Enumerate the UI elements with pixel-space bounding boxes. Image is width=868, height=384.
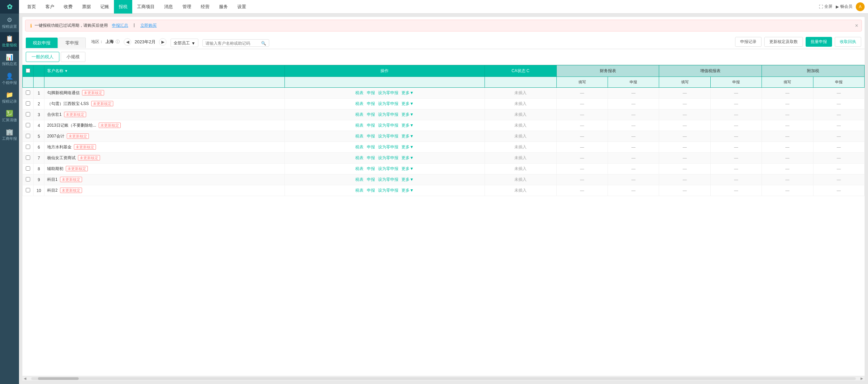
cell-vat-declare-8: — (710, 174, 762, 185)
date-next-button[interactable]: ▶ (159, 38, 166, 46)
op-more-7[interactable]: 更多▼ (401, 166, 414, 171)
sidebar-item-personal-tax[interactable]: 👤 个税申报 (0, 70, 19, 88)
tab-zero-declare[interactable]: 零申报 (58, 38, 86, 48)
op-more-3[interactable]: 更多▼ (401, 123, 414, 128)
op-more-5[interactable]: 更多▼ (401, 145, 414, 149)
nav-invoice[interactable]: 票据 (77, 0, 96, 14)
sidebar-item-business-annual[interactable]: 🏢 工商年报 (0, 126, 19, 144)
row-checkbox-5[interactable] (26, 145, 30, 149)
scroll-track[interactable] (31, 377, 856, 380)
alert-close-button[interactable]: × (855, 23, 858, 29)
nav-ledger[interactable]: 记账 (96, 0, 114, 14)
tab-general-taxpayer[interactable]: 一般的税人 (26, 52, 59, 62)
scroll-left-arrow[interactable]: ◀ (22, 377, 28, 380)
member-button[interactable]: ▶ 畅会员 (836, 4, 852, 9)
sidebar-item-tax-record[interactable]: 📁 报税记录 (0, 88, 19, 107)
row-checkbox-7[interactable] (26, 166, 30, 171)
date-prev-button[interactable]: ◀ (124, 38, 131, 46)
nav-bizproject[interactable]: 工商项目 (132, 0, 159, 14)
nav-billing[interactable]: 收费 (59, 0, 77, 14)
op-declare-3[interactable]: 申报 (367, 123, 375, 128)
op-more-1[interactable]: 更多▼ (401, 101, 414, 106)
op-declare-7[interactable]: 申报 (367, 166, 375, 171)
op-more-2[interactable]: 更多▼ (401, 112, 414, 117)
nav-management[interactable]: 管理 (178, 0, 196, 14)
op-tax-table-0[interactable]: 税表 (355, 90, 363, 95)
tab-small-scale[interactable]: 小规模 (61, 52, 85, 62)
op-declare-8[interactable]: 申报 (367, 177, 375, 182)
op-zero-declare-8[interactable]: 设为零申报 (378, 177, 398, 182)
tab-tax-declare[interactable]: 税款申报 (26, 38, 58, 48)
row-checkbox-4[interactable] (26, 134, 30, 138)
op-zero-declare-5[interactable]: 设为零申报 (378, 145, 398, 149)
horizontal-scrollbar[interactable]: ◀ ▶ (22, 376, 865, 381)
nav-settings[interactable]: 设置 (233, 0, 251, 14)
alert-link-buy[interactable]: 立即购买 (140, 23, 157, 28)
nav-customer[interactable]: 客户 (41, 0, 59, 14)
sidebar-item-tax-settings[interactable]: ⚙ 报税设置 (0, 14, 19, 32)
op-declare-6[interactable]: 申报 (367, 155, 375, 160)
op-tax-table-9[interactable]: 税表 (355, 188, 363, 193)
row-checkbox-0[interactable] (26, 90, 30, 95)
op-more-9[interactable]: 更多▼ (401, 188, 414, 193)
nav-message[interactable]: 消息 (159, 0, 178, 14)
scroll-right-arrow[interactable]: ▶ (859, 377, 865, 380)
op-tax-table-5[interactable]: 税表 (355, 145, 363, 149)
withdraw-button[interactable]: 收取回执 (835, 37, 861, 47)
fullscreen-button[interactable]: ⛶ 全屏 (819, 4, 832, 9)
select-all-checkbox[interactable] (26, 68, 30, 73)
user-avatar[interactable]: A (856, 2, 865, 11)
nav-tax[interactable]: 报税 (114, 0, 132, 14)
search-input[interactable] (205, 41, 260, 46)
update-quota-button[interactable]: 更新核定及取数 (764, 37, 803, 47)
op-zero-declare-9[interactable]: 设为零申报 (378, 188, 398, 193)
op-zero-declare-2[interactable]: 设为零申报 (378, 112, 398, 117)
batch-declare-button[interactable]: 批量申报 (806, 37, 832, 47)
row-checkbox-2[interactable] (26, 112, 30, 116)
op-tax-table-7[interactable]: 税表 (355, 166, 363, 171)
op-zero-declare-4[interactable]: 设为零申报 (378, 134, 398, 138)
row-checkbox-8[interactable] (26, 177, 30, 182)
op-zero-declare-6[interactable]: 设为零申报 (378, 155, 398, 160)
op-declare-2[interactable]: 申报 (367, 112, 375, 117)
nav-service[interactable]: 服务 (214, 0, 233, 14)
op-zero-declare-1[interactable]: 设为零申报 (378, 101, 398, 106)
sidebar-item-tax-overview[interactable]: 📊 报税总览 (0, 51, 19, 69)
op-more-8[interactable]: 更多▼ (401, 177, 414, 182)
op-tax-table-2[interactable]: 税表 (355, 112, 363, 117)
staff-dropdown[interactable]: 全部员工 ▼ (171, 39, 198, 47)
nav-home[interactable]: 首页 (22, 0, 41, 14)
row-checkbox-1[interactable] (26, 101, 30, 106)
op-tax-table-1[interactable]: 税表 (355, 101, 363, 106)
sidebar-item-batch-tax[interactable]: 📋 批量报税 (0, 32, 19, 51)
op-tax-table-8[interactable]: 税表 (355, 177, 363, 182)
tax-record-icon: 📁 (6, 92, 13, 98)
nav-operations[interactable]: 经营 (196, 0, 214, 14)
scroll-thumb[interactable] (38, 377, 79, 380)
cell-checkbox-1 (23, 99, 34, 109)
op-zero-declare-0[interactable]: 设为零申报 (378, 90, 398, 95)
op-more-4[interactable]: 更多▼ (401, 134, 414, 138)
alert-link-summary[interactable]: 申报汇总 (112, 23, 128, 28)
op-zero-declare-7[interactable]: 设为零申报 (378, 166, 398, 171)
row-checkbox-3[interactable] (26, 123, 30, 127)
row-checkbox-6[interactable] (26, 155, 30, 160)
cell-add-fill-7: — (762, 164, 813, 174)
sidebar-item-reconciliation[interactable]: 💹 汇算清缴 (0, 107, 19, 126)
op-declare-4[interactable]: 申报 (367, 134, 375, 138)
op-declare-5[interactable]: 申报 (367, 145, 375, 149)
main-panel: ℹ 一键报税功能已过试用期，请购买后使用 申报汇总 丨 立即购买 × 税款申报 … (22, 17, 865, 381)
op-more-0[interactable]: 更多▼ (401, 90, 414, 95)
op-tax-table-6[interactable]: 税表 (355, 155, 363, 160)
search-icon[interactable]: 🔍 (261, 41, 266, 46)
row-checkbox-9[interactable] (26, 188, 30, 192)
declare-record-button[interactable]: 申报记录 (735, 37, 762, 47)
op-declare-0[interactable]: 申报 (367, 90, 375, 95)
cell-add-declare-0: — (813, 88, 864, 99)
op-more-6[interactable]: 更多▼ (401, 155, 414, 160)
op-declare-1[interactable]: 申报 (367, 101, 375, 106)
op-tax-table-4[interactable]: 税表 (355, 134, 363, 138)
op-declare-9[interactable]: 申报 (367, 188, 375, 193)
op-zero-declare-3[interactable]: 设为零申报 (378, 123, 398, 128)
op-tax-table-3[interactable]: 税表 (355, 123, 363, 128)
